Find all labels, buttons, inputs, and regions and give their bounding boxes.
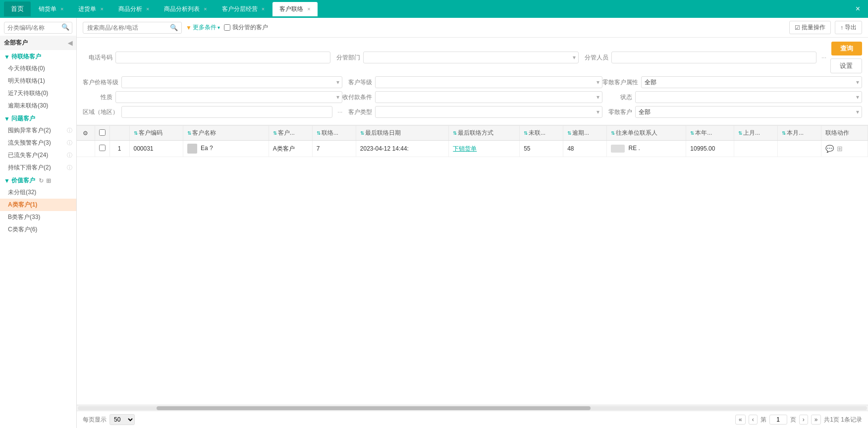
sidebar-item-declining[interactable]: 持续下滑客户(2) ⓘ — [0, 161, 76, 174]
filter-more-button[interactable]: ▼ 更多条件 ▾ — [186, 23, 220, 32]
last-month-sort-icon[interactable]: ⇅ — [738, 130, 742, 136]
cell-settings — [77, 141, 95, 157]
contacts-sort-icon[interactable]: ⇅ — [611, 130, 615, 136]
gear-icon[interactable]: ⚙ — [83, 130, 88, 137]
next-page-button[interactable]: › — [799, 415, 808, 425]
last-date-sort-icon[interactable]: ⇅ — [360, 130, 364, 136]
qr-icon[interactable]: ⊞ — [837, 145, 843, 153]
sidebar-all-customers-header[interactable]: 全部客户 ◀ — [0, 36, 76, 50]
col-actions: 联络动作 — [821, 126, 868, 141]
customer-avatar — [187, 144, 197, 154]
select-all-checkbox[interactable] — [99, 129, 106, 136]
batch-op-icon: ☑ — [795, 24, 800, 31]
cell-checkbox[interactable] — [95, 141, 109, 157]
overdue-sort-icon[interactable]: ⇅ — [567, 130, 571, 136]
price-grade-select[interactable] — [121, 76, 342, 88]
export-button[interactable]: ↑ 导出 — [835, 21, 862, 34]
cell-num: 1 — [109, 141, 129, 157]
query-button[interactable]: 查询 — [831, 42, 862, 55]
region-input[interactable] — [121, 106, 332, 118]
col-checkbox[interactable] — [95, 126, 109, 141]
prev-page-button[interactable]: ‹ — [749, 415, 758, 425]
last-method-sort-icon[interactable]: ⇅ — [453, 130, 457, 136]
grade-sort-icon[interactable]: ⇅ — [273, 130, 277, 136]
page-input[interactable] — [769, 415, 787, 425]
value-refresh-icon[interactable]: ↻ — [39, 177, 44, 184]
retail-attr-select[interactable]: 全部 — [641, 76, 862, 88]
retail-customer-select[interactable]: 全部 — [635, 106, 862, 118]
retail-customer-label: 零散客户 — [602, 108, 632, 116]
status-label: 状态 — [602, 93, 632, 102]
this-month-sort-icon[interactable]: ⇅ — [782, 130, 786, 136]
sidebar-item-churned[interactable]: 已流失客户(24) ⓘ — [0, 149, 76, 161]
code-sort-icon[interactable]: ⇅ — [134, 130, 138, 136]
sidebar-item-overdue[interactable]: 逾期未联络(30) — [0, 100, 76, 112]
first-page-button[interactable]: « — [735, 415, 746, 425]
sidebar-item-b-class[interactable]: B类客户(33) — [0, 211, 76, 223]
manager-input[interactable] — [611, 52, 816, 63]
manager-dots-icon[interactable]: ··· — [821, 54, 826, 61]
close-goods-analysis-icon[interactable]: × — [146, 6, 149, 12]
dept-select[interactable] — [363, 52, 578, 63]
close-customer-contact-icon[interactable]: × — [307, 6, 310, 12]
my-customers-checkbox-label[interactable]: 我分管的客户 — [224, 23, 268, 32]
payment-select-wrap: ▾ — [375, 91, 602, 103]
tab-purchase[interactable]: 进货单 × — [71, 2, 110, 16]
manager-label: 分管人员 — [579, 54, 608, 62]
last-page-button[interactable]: » — [811, 415, 821, 425]
my-customers-checkbox[interactable] — [224, 24, 230, 31]
customer-table: ⚙ ⇅客户编码 ⇅客户名称 ⇅客户... ⇅联络... ⇅最后联络日期 ⇅最后联… — [77, 126, 868, 157]
retail-customer-select-wrap: 全部 ▾ — [635, 106, 862, 118]
sidebar-item-tomorrow[interactable]: 明天待联络(1) — [0, 75, 76, 87]
customer-grade-select[interactable] — [375, 76, 602, 88]
tab-customer-contact[interactable]: 客户联络 × — [272, 2, 317, 16]
close-goods-list-icon[interactable]: × — [204, 6, 207, 12]
sidebar-item-c-class[interactable]: C类客户(6) — [0, 223, 76, 236]
col-name: ⇅客户名称 — [183, 126, 269, 141]
sidebar-item-hoarding[interactable]: 囤购异常客户(2) ⓘ — [0, 124, 76, 137]
tab-goods-list[interactable]: 商品分析列表 × — [157, 2, 214, 16]
nature-select[interactable] — [115, 91, 342, 103]
col-settings[interactable]: ⚙ — [77, 126, 95, 141]
sidebar-collapse-icon[interactable]: ◀ — [68, 40, 72, 47]
customer-type-select-wrap: ▾ — [375, 106, 602, 118]
settings-button[interactable]: 设置 — [830, 58, 862, 73]
scrollbar-track[interactable] — [78, 406, 867, 410]
this-year-sort-icon[interactable]: ⇅ — [690, 130, 694, 136]
tab-home[interactable]: 首页 — [4, 1, 31, 16]
close-customer-layer-icon[interactable]: × — [262, 6, 265, 12]
customer-type-select[interactable] — [375, 106, 602, 118]
close-sales-icon[interactable]: × — [60, 6, 63, 12]
per-page-select[interactable]: 50 100 — [109, 414, 135, 425]
sidebar-item-a-class[interactable]: A类客户(1) — [0, 199, 76, 211]
sidebar-item-ungroup[interactable]: 未分组(32) — [0, 186, 76, 199]
value-settings-icon[interactable]: ⊞ — [46, 177, 51, 184]
tab-goods-analysis[interactable]: 商品分析 × — [111, 2, 156, 16]
contact-count-sort-icon[interactable]: ⇅ — [317, 130, 321, 136]
filter-search-input[interactable] — [83, 22, 182, 34]
scrollbar-thumb[interactable] — [157, 406, 591, 410]
close-purchase-icon[interactable]: × — [100, 6, 103, 12]
sidebar-item-churn-warning[interactable]: 流失预警客户(3) ⓘ — [0, 137, 76, 149]
status-select[interactable] — [635, 91, 862, 103]
last-method-link[interactable]: 下销货单 — [453, 145, 477, 152]
row-checkbox[interactable] — [99, 145, 106, 151]
message-icon[interactable]: 💬 — [825, 145, 834, 153]
horizontal-scrollbar[interactable] — [77, 405, 868, 411]
cell-contact-count: 7 — [312, 141, 356, 157]
close-all-button[interactable]: × — [852, 2, 864, 15]
tab-sales[interactable]: 销货单 × — [32, 2, 70, 16]
region-dots-icon[interactable]: ··· — [337, 108, 342, 115]
sidebar-item-today[interactable]: 今天待联络(0) — [0, 62, 76, 75]
page-label: 第 — [760, 416, 766, 424]
no-contact-sort-icon[interactable]: ⇅ — [524, 130, 528, 136]
payment-select[interactable] — [375, 91, 602, 103]
filter-cell-price-grade: 客户价格等级 ▾ — [83, 76, 342, 88]
tab-customer-layer[interactable]: 客户分层经营 × — [215, 2, 271, 16]
sidebar-item-7days[interactable]: 近7天待联络(0) — [0, 87, 76, 100]
hoarding-info-icon: ⓘ — [67, 127, 72, 134]
chevron-down-icon: ▾ — [217, 25, 220, 30]
name-sort-icon[interactable]: ⇅ — [187, 130, 191, 136]
batch-op-button[interactable]: ☑ 批量操作 — [789, 21, 831, 34]
phone-input[interactable] — [115, 52, 330, 63]
